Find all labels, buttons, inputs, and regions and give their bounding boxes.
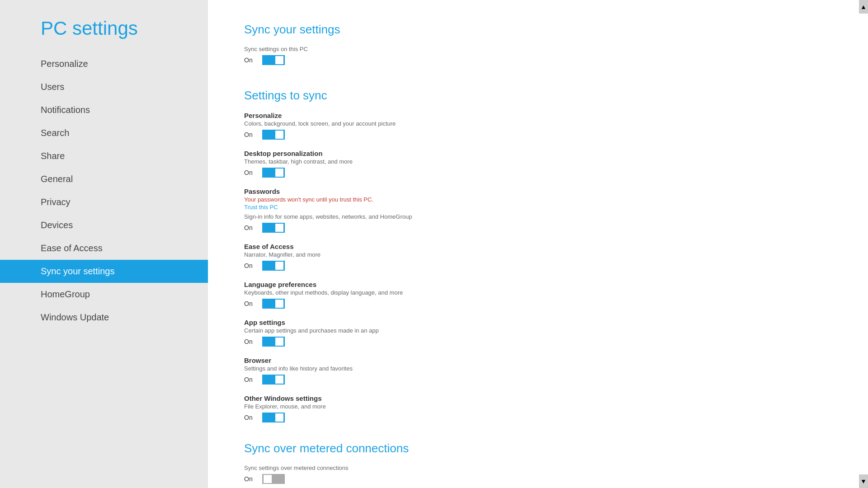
- sync-item-name: App settings: [244, 319, 832, 326]
- settings-to-sync-title: Settings to sync: [244, 89, 832, 103]
- sync-item-desc: Themes, taskbar, high contrast, and more: [244, 158, 832, 165]
- main-content: Sync your settings Sync settings on this…: [208, 0, 868, 488]
- sync-toggle-thumb: [275, 338, 283, 346]
- sync-item-name: Personalize: [244, 112, 832, 119]
- app-title: PC settings: [41, 18, 208, 39]
- sync-toggle-state: On: [244, 338, 258, 345]
- sidebar-item-personalize[interactable]: Personalize: [41, 52, 208, 75]
- sync-item-name: Language preferences: [244, 281, 832, 288]
- sidebar-item-search[interactable]: Search: [41, 122, 208, 145]
- sync-items-list: PersonalizeColors, background, lock scre…: [244, 112, 832, 422]
- sync-toggle-thumb: [275, 300, 283, 308]
- sync-item-personalize: PersonalizeColors, background, lock scre…: [244, 112, 832, 140]
- sync-item-name: Passwords: [244, 188, 832, 195]
- sidebar-item-windows-update[interactable]: Windows Update: [41, 306, 208, 329]
- sync-toggle-state: On: [244, 169, 258, 176]
- sync-toggle-other-windows-settings[interactable]: [262, 413, 285, 422]
- sync-item-name: Other Windows settings: [244, 394, 832, 402]
- sync-item-app-settings: App settingsCertain app settings and pur…: [244, 319, 832, 347]
- sync-on-pc-toggle[interactable]: [262, 55, 285, 65]
- sync-item-desc: Certain app settings and purchases made …: [244, 327, 832, 334]
- sync-item-subdesc: Sign-in info for some apps, websites, ne…: [244, 213, 832, 220]
- sidebar-item-users[interactable]: Users: [41, 75, 208, 99]
- sync-toggle-state: On: [244, 414, 258, 421]
- sync-on-pc-label: Sync settings on this PC: [244, 46, 832, 52]
- sync-toggle-thumb: [275, 224, 283, 232]
- sync-item-name: Ease of Access: [244, 243, 832, 250]
- sync-toggle-language-preferences[interactable]: [262, 299, 285, 309]
- scroll-down-button[interactable]: ▼: [859, 474, 868, 488]
- sidebar-item-general[interactable]: General: [41, 168, 208, 191]
- sync-item-language-preferences: Language preferencesKeyboards, other inp…: [244, 281, 832, 309]
- scroll-up-button[interactable]: ▲: [859, 0, 868, 14]
- metered-toggle-row: On: [244, 474, 832, 484]
- sidebar-item-notifications[interactable]: Notifications: [41, 99, 208, 122]
- metered-label: Sync settings over metered connections: [244, 465, 832, 471]
- sync-item-desc: Settings and info like history and favor…: [244, 365, 832, 372]
- sync-toggle-row: On: [244, 337, 832, 347]
- metered-state: On: [244, 475, 258, 483]
- sync-toggle-row: On: [244, 168, 832, 178]
- sync-item-desc: File Explorer, mouse, and more: [244, 403, 832, 410]
- sync-item-name: Browser: [244, 357, 832, 364]
- sync-item-desc: Keyboards, other input methods, display …: [244, 289, 832, 296]
- sync-item-ease-of-access: Ease of AccessNarrator, Magnifier, and m…: [244, 243, 832, 271]
- sidebar-item-privacy[interactable]: Privacy: [41, 191, 208, 214]
- sync-item-passwords: PasswordsYour passwords won't sync until…: [244, 188, 832, 233]
- sync-on-pc-toggle-row: On: [244, 55, 832, 65]
- metered-toggle[interactable]: [262, 474, 285, 484]
- sync-toggle-state: On: [244, 262, 258, 269]
- sidebar: PC settings PersonalizeUsersNotification…: [0, 0, 208, 488]
- sync-toggle-state: On: [244, 131, 258, 138]
- sync-toggle-thumb: [275, 375, 283, 384]
- sync-item-desktop-personalization: Desktop personalizationThemes, taskbar, …: [244, 150, 832, 178]
- sync-toggle-state: On: [244, 376, 258, 383]
- sidebar-item-ease-of-access[interactable]: Ease of Access: [41, 237, 208, 260]
- metered-block: Sync settings over metered connections O…: [244, 465, 832, 484]
- sync-toggle-thumb: [275, 262, 283, 270]
- sync-toggle-desktop-personalization[interactable]: [262, 168, 285, 178]
- sync-toggle-personalize[interactable]: [262, 130, 285, 140]
- sync-item-desc: Colors, background, lock screen, and you…: [244, 120, 832, 127]
- metered-toggle-thumb: [264, 475, 272, 483]
- sync-item-name: Desktop personalization: [244, 150, 832, 157]
- sync-toggle-ease-of-access[interactable]: [262, 261, 285, 271]
- sidebar-item-devices[interactable]: Devices: [41, 214, 208, 237]
- sync-toggle-row: On: [244, 261, 832, 271]
- sidebar-item-sync-your-settings[interactable]: Sync your settings: [0, 260, 208, 283]
- sync-toggle-thumb: [275, 131, 283, 139]
- nav-list: PersonalizeUsersNotificationsSearchShare…: [41, 52, 208, 329]
- sync-item-warning: Your passwords won't sync until you trus…: [244, 196, 832, 203]
- sync-item-browser: BrowserSettings and info like history an…: [244, 357, 832, 385]
- sync-toggle-row: On: [244, 375, 832, 385]
- sync-toggle-row: On: [244, 299, 832, 309]
- sync-toggle-row: On: [244, 413, 832, 422]
- sync-toggle-browser[interactable]: [262, 375, 285, 385]
- sync-item-link[interactable]: Trust this PC: [244, 204, 832, 211]
- sync-settings-title: Sync your settings: [244, 23, 832, 37]
- sidebar-item-share[interactable]: Share: [41, 145, 208, 168]
- sync-toggle-row: On: [244, 130, 832, 140]
- sync-toggle-thumb: [275, 169, 283, 177]
- metered-title: Sync over metered connections: [244, 441, 832, 455]
- sync-toggle-app-settings[interactable]: [262, 337, 285, 347]
- sync-item-other-windows-settings: Other Windows settingsFile Explorer, mou…: [244, 394, 832, 422]
- sync-toggle-thumb: [275, 413, 283, 422]
- sync-toggle-state: On: [244, 300, 258, 307]
- sync-on-pc-state: On: [244, 56, 258, 64]
- sync-toggle-state: On: [244, 224, 258, 231]
- sync-on-pc-block: Sync settings on this PC On: [244, 46, 832, 65]
- sync-toggle-row: On: [244, 223, 832, 233]
- sidebar-item-homegroup[interactable]: HomeGroup: [41, 283, 208, 306]
- sync-on-pc-toggle-thumb: [275, 56, 283, 64]
- sync-toggle-passwords[interactable]: [262, 223, 285, 233]
- sync-item-desc: Narrator, Magnifier, and more: [244, 251, 832, 258]
